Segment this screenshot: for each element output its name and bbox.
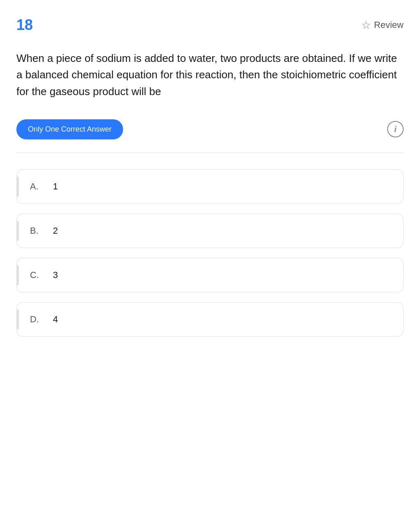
- option-item-b[interactable]: B.2: [16, 214, 404, 248]
- option-letter-3: D.: [30, 314, 46, 325]
- option-item-a[interactable]: A.1: [16, 169, 404, 204]
- badge-row: Only One Correct Answer i: [16, 119, 404, 139]
- page-header: 18 ☆ Review: [16, 16, 404, 34]
- option-value-2: 3: [53, 270, 58, 280]
- option-value-0: 1: [53, 181, 58, 192]
- info-icon: i: [394, 125, 397, 134]
- answer-type-badge: Only One Correct Answer: [16, 119, 123, 139]
- review-label: Review: [374, 20, 404, 30]
- info-button[interactable]: i: [387, 121, 404, 137]
- review-button[interactable]: ☆ Review: [361, 19, 404, 32]
- option-letter-2: C.: [30, 270, 46, 280]
- star-icon: ☆: [361, 19, 371, 32]
- divider: [16, 153, 404, 153]
- option-item-c[interactable]: C.3: [16, 258, 404, 292]
- option-value-3: 4: [53, 314, 58, 325]
- option-value-1: 2: [53, 226, 58, 236]
- question-text: When a piece of sodium is added to water…: [16, 50, 404, 100]
- question-number: 18: [16, 16, 33, 34]
- options-list: A.1B.2C.3D.4: [16, 169, 404, 337]
- option-letter-1: B.: [30, 226, 46, 236]
- option-letter-0: A.: [30, 181, 46, 192]
- option-item-d[interactable]: D.4: [16, 302, 404, 337]
